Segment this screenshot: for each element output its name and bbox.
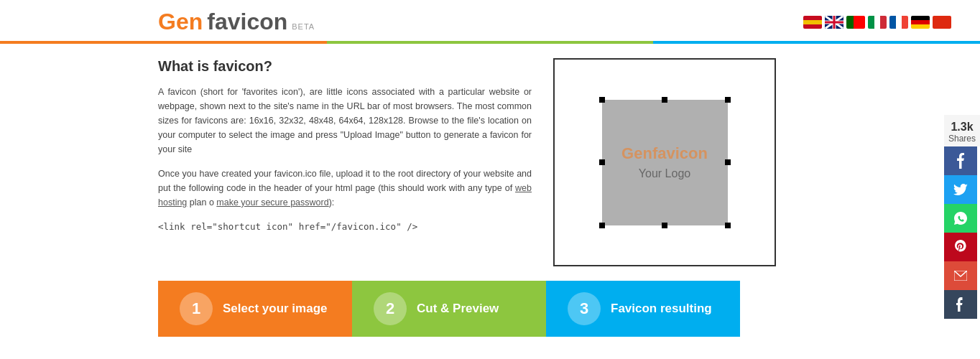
step-2-button[interactable]: 2 Cut & Preview	[352, 281, 546, 337]
step-2-label: Cut & Preview	[417, 302, 499, 316]
step-3-label: Favicon resulting	[611, 302, 712, 316]
step-3-circle: 3	[568, 292, 601, 325]
crop-handle-br[interactable]	[725, 223, 731, 228]
code-snippet: <link rel="shortcut icon" href="/favicon…	[158, 220, 532, 234]
flag-germany[interactable]	[911, 16, 930, 29]
whatsapp-share-button[interactable]	[944, 204, 977, 233]
logo-beta: BETA	[292, 22, 315, 31]
crop-handle-tl[interactable]	[599, 97, 605, 103]
step-1-label: Select your image	[223, 302, 328, 316]
preview-logo-text: Genfavicon	[621, 144, 708, 163]
paragraph2-mid: plan o	[187, 197, 216, 208]
secure-password-link[interactable]: make your secure password	[216, 197, 328, 208]
social-share-count: 1.3k Shares	[944, 115, 980, 146]
page-title: What is favicon?	[158, 58, 532, 75]
logo-gen: Gen	[158, 9, 203, 35]
main-content: What is favicon? A favicon (short for 'f…	[0, 44, 980, 266]
crop-handle-mr[interactable]	[725, 159, 731, 165]
step-1-circle: 1	[180, 292, 213, 325]
description-paragraph-1: A favicon (short for 'favorites icon'), …	[158, 85, 532, 157]
step-3-button[interactable]: 3 Favicon resulting	[546, 281, 740, 337]
facebook-share-button[interactable]	[944, 146, 977, 175]
step-1-button[interactable]: 1 Select your image	[158, 281, 352, 337]
share-number: 1.3k	[948, 121, 976, 134]
crop-handle-bc[interactable]	[662, 223, 667, 228]
step-2-circle: 2	[374, 292, 407, 325]
flag-italy[interactable]	[868, 16, 887, 29]
flag-france[interactable]	[889, 16, 908, 29]
crop-handle-ml[interactable]	[599, 159, 605, 165]
header: Genfavicon BETA	[0, 0, 980, 35]
crop-handle-tr[interactable]	[725, 97, 731, 103]
logo[interactable]: Genfavicon BETA	[158, 9, 315, 35]
paragraph2-prefix: Once you have created your favicon.ico f…	[158, 169, 532, 193]
paragraph2-suffix: ):	[329, 197, 335, 208]
crop-handle-tc[interactable]	[662, 97, 667, 103]
tumblr-share-button[interactable]	[944, 290, 977, 319]
preview-image-area: Genfavicon Your Logo	[602, 100, 728, 225]
crop-handle-bl[interactable]	[599, 223, 605, 228]
flag-china[interactable]	[933, 16, 951, 29]
language-flags	[803, 16, 951, 29]
image-preview-box: Genfavicon Your Logo	[553, 58, 776, 266]
steps-buttons-row: 1 Select your image 2 Cut & Preview 3 Fa…	[158, 281, 980, 337]
shares-label: Shares	[948, 134, 976, 144]
email-share-button[interactable]	[944, 261, 977, 290]
twitter-share-button[interactable]	[944, 175, 977, 204]
flag-portugal[interactable]	[846, 16, 865, 29]
description-paragraph-2: Once you have created your favicon.ico f…	[158, 167, 532, 210]
description-area: What is favicon? A favicon (short for 'f…	[158, 58, 532, 266]
flag-spain[interactable]	[803, 16, 822, 29]
logo-favicon: favicon	[207, 9, 287, 35]
pinterest-share-button[interactable]	[944, 233, 977, 261]
flag-uk[interactable]	[825, 16, 843, 29]
social-sidebar: 1.3k Shares	[944, 115, 980, 319]
preview-sub-text: Your Logo	[639, 167, 690, 180]
